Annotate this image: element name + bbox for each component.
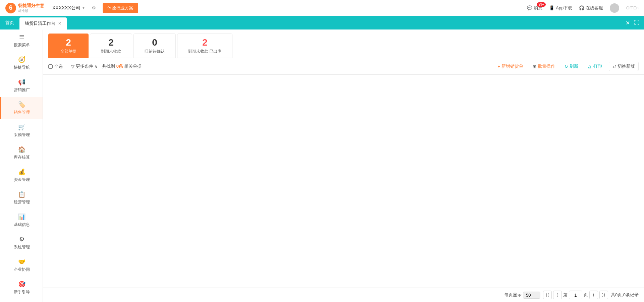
sidebar-item-basic[interactable]: 📊 基础信息 <box>0 209 43 232</box>
sidebar-item-search[interactable]: ☰ 搜索菜单 <box>0 29 43 52</box>
sidebar-item-enterprise-label: 企业协同 <box>14 267 30 273</box>
sidebar-item-guide[interactable]: 🎯 新手引导 <box>0 277 43 299</box>
refresh-button[interactable]: ↻ 刷新 <box>562 62 581 71</box>
print-button[interactable]: 🖨 打印 <box>585 62 605 71</box>
chevron-down-icon: ▼ <box>82 6 85 10</box>
page-nav: ⟨⟨ ⟨ 第 页 ⟩ ⟩⟩ <box>543 291 608 299</box>
sidebar-item-system[interactable]: ⚙ 系统管理 <box>0 232 43 254</box>
sales-icon: 🏷️ <box>18 101 25 108</box>
per-page-dropdown[interactable]: 50 100 200 <box>523 292 540 299</box>
stats-tab-pending[interactable]: 0 旺辅待确认 <box>133 34 176 58</box>
filter-chevron-icon: ∨ <box>95 64 98 69</box>
stats-tab-all[interactable]: 2 全部单据 <box>48 34 89 58</box>
sidebar-item-finance[interactable]: 💰 资金管理 <box>0 164 43 187</box>
logo-icon: 6 <box>5 3 16 13</box>
page-total: 共0页,0条记录 <box>611 292 639 298</box>
download-icon: 📱 <box>549 5 554 10</box>
sidebar-item-marketing[interactable]: 📢 营销推广 <box>0 74 43 97</box>
page-first-button[interactable]: ⟨⟨ <box>543 291 552 299</box>
select-all-checkbox[interactable]: 全选 <box>48 63 63 69</box>
settings-icon: ⚙ <box>92 5 96 10</box>
sidebar-item-enterprise[interactable]: 🤝 企业协同 <box>0 254 43 277</box>
inventory-icon: 🏠 <box>18 146 25 153</box>
page-next-button[interactable]: ⟩ <box>589 291 598 299</box>
message-icon: 💬 <box>527 5 532 10</box>
stats-tab-overdue[interactable]: 2 到期未收款 <box>90 34 132 58</box>
sidebar: ☰ 搜索菜单 🧭 快捷导航 📢 营销推广 🏷️ 销售管理 🛒 采购管理 🏠 库存… <box>0 29 43 302</box>
system-icon: ⚙ <box>19 236 24 243</box>
result-prefix: 共找到 <box>102 64 115 69</box>
batch-label: 批量操作 <box>538 63 555 69</box>
company-selector[interactable]: XXXXXX公司 ▼ <box>52 5 85 11</box>
message-button[interactable]: 💬 消息 99+ <box>527 5 542 11</box>
pagination-bar: 每页显示 50 100 200 ⟨⟨ ⟨ 第 页 ⟩ ⟩⟩ 共0页,0条记录 <box>43 288 644 302</box>
avatar[interactable] <box>610 3 619 13</box>
sidebar-item-app[interactable]: 📦 应用中心 <box>0 299 43 302</box>
tab-home[interactable]: 首页 <box>0 16 19 29</box>
page-input[interactable] <box>569 291 582 299</box>
result-info: 共找到 0条 相关单据 <box>102 63 142 69</box>
app-download-label: App下载 <box>556 5 572 11</box>
sidebar-item-basic-label: 基础信息 <box>14 222 30 228</box>
sidebar-item-nav-label: 快捷导航 <box>14 65 30 70</box>
basic-icon: 📊 <box>18 213 25 221</box>
sidebar-item-nav[interactable]: 🧭 快捷导航 <box>0 52 43 74</box>
toolbar-divider-1 <box>67 64 67 69</box>
logo-title: 畅捷通好生意 <box>18 3 44 9</box>
tab-home-label: 首页 <box>5 20 14 26</box>
header-right: 💬 消息 99+ 📱 App下载 🎧 在线客服 OfTEn <box>527 3 639 13</box>
settings-button[interactable]: ⚙ <box>89 3 99 13</box>
batch-icon: ⊞ <box>533 64 536 69</box>
guide-icon: 🎯 <box>18 281 25 288</box>
finance-icon: 💰 <box>18 168 25 176</box>
marketing-icon: 📢 <box>18 78 25 86</box>
stats-tab-shipped[interactable]: 2 到期未收款 已出库 <box>177 34 232 58</box>
sidebar-item-guide-label: 新手引导 <box>14 289 30 295</box>
username-area[interactable]: OfTEn <box>626 5 639 10</box>
filter-button[interactable]: ▽ 更多条件 ∨ <box>71 63 98 69</box>
online-service-button[interactable]: 🎧 在线客服 <box>579 5 603 11</box>
tab-close-icon[interactable]: ✕ <box>58 21 61 26</box>
logo-area: 6 畅捷通好生意 标准版 <box>5 3 48 13</box>
switch-icon: ⇄ <box>612 64 616 69</box>
table-area <box>43 75 644 288</box>
refresh-label: 刷新 <box>570 63 578 69</box>
tab-bar: 首页 钱货日清工作台 ✕ ✕ ⛶ <box>0 16 644 29</box>
sidebar-item-operation[interactable]: 📋 经营管理 <box>0 187 43 209</box>
filter-icon: ▽ <box>71 64 74 69</box>
sidebar-item-sales[interactable]: 🏷️ 销售管理 <box>0 97 43 119</box>
page-prev-button[interactable]: ⟨ <box>553 291 562 299</box>
select-all-input[interactable] <box>48 64 53 69</box>
print-label: 打印 <box>593 63 602 69</box>
page-last-button[interactable]: ⟩⟩ <box>599 291 608 299</box>
username-text: OfTEn <box>626 5 639 10</box>
stats-tabs: 2 全部单据 2 到期未收款 0 旺辅待确认 2 到期未收款 已出库 <box>48 34 639 58</box>
try-industry-button[interactable]: 体验行业方案 <box>103 3 138 13</box>
layout: ☰ 搜索菜单 🧭 快捷导航 📢 营销推广 🏷️ 销售管理 🛒 采购管理 🏠 库存… <box>0 29 644 302</box>
per-page-label: 每页显示 <box>504 292 522 298</box>
window-expand-icon[interactable]: ⛶ <box>632 18 641 27</box>
main-content: 2 全部单据 2 到期未收款 0 旺辅待确认 2 到期未收款 已出库 <box>43 29 644 302</box>
service-icon: 🎧 <box>579 5 584 10</box>
window-close-icon[interactable]: ✕ <box>624 18 632 27</box>
tab-cash-daily[interactable]: 钱货日清工作台 ✕ <box>19 17 67 29</box>
toolbar-right: + 新增销货单 ⊞ 批量操作 ↻ 刷新 🖨 打印 ⇄ 切换新版 <box>495 62 639 71</box>
nav-icon: 🧭 <box>18 56 25 63</box>
sidebar-item-operation-label: 经营管理 <box>14 199 30 205</box>
batch-operation-button[interactable]: ⊞ 批量操作 <box>530 62 558 71</box>
sidebar-item-inventory[interactable]: 🏠 库存核算 <box>0 142 43 164</box>
switch-version-button[interactable]: ⇄ 切换新版 <box>609 62 639 71</box>
add-sales-order-button[interactable]: + 新增销货单 <box>495 62 526 71</box>
stats-count-overdue: 2 <box>108 37 114 48</box>
add-icon: + <box>497 64 500 69</box>
sidebar-item-purchase-label: 采购管理 <box>14 132 30 138</box>
sidebar-item-marketing-label: 营销推广 <box>14 87 30 93</box>
result-count: 0条 <box>116 64 123 69</box>
sidebar-item-purchase[interactable]: 🛒 采购管理 <box>0 119 43 142</box>
filter-label: 更多条件 <box>76 63 93 69</box>
per-page-select: 每页显示 50 100 200 <box>504 292 540 299</box>
app-download-button[interactable]: 📱 App下载 <box>549 5 572 11</box>
sidebar-item-search-label: 搜索菜单 <box>14 42 30 48</box>
operation-icon: 📋 <box>18 191 25 198</box>
message-badge: 99+ <box>537 2 546 7</box>
